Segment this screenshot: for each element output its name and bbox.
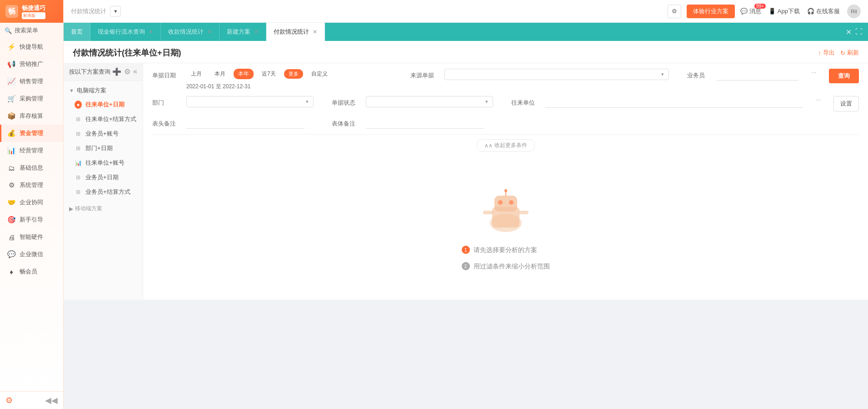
scheme-table-icon-5: ⊞ [75,174,82,181]
refresh-btn[interactable]: ↻ 刷新 [840,49,859,57]
page-title-row: 付款情况统计(往来单位+日期) ↑ 导出 ↻ 刷新 [64,41,868,63]
sidebar-item-quicknav[interactable]: ⚡ 快捷导航 [0,38,63,56]
query-area: 单据日期 上月 本月 本年 近7天 更多 自定义 2022-01-01 至 20… [143,63,868,300]
scheme-item-5[interactable]: ⊞ 业务员+日期 [64,170,143,185]
sidebar-item-finance[interactable]: 💰 资金管理 [0,125,63,142]
sidebar-item-collab[interactable]: 🤝 企业协同 [0,194,63,211]
sidebar-item-inventory[interactable]: 📦 库存核算 [0,107,63,125]
sidebar-item-system[interactable]: ⚙ 系统管理 [0,177,63,194]
scheme-mobile-group[interactable]: ▶ 移动端方案 [64,202,143,214]
search-menu[interactable]: 🔍 搜索菜单 [0,23,63,38]
date-more[interactable]: 更多 [284,69,303,79]
online-service-btn[interactable]: 🎧 在线客服 [807,7,840,15]
collapse-area: ∧∧ 收起更多条件 [152,134,859,156]
sidebar-item-wechat[interactable]: 💬 企业微信 [0,246,63,263]
message-btn[interactable]: 💬 消息 99+ [740,7,761,15]
date-last-month[interactable]: 上月 [186,69,206,79]
tab-cash-bank[interactable]: 现金银行流水查询 ✕ [90,23,161,41]
scheme-item-6[interactable]: ⊞ 业务员+结算方式 [64,185,143,199]
tab-receipt-stats-close[interactable]: ✕ [207,29,212,35]
tab-home[interactable]: 首页 [64,23,90,41]
scheme-sidebar: 按以下方案查询 ➕ ⚙ « ▼ 电脑端方案 [64,63,143,300]
dept-dropdown-icon: ▾ [306,99,309,105]
sidebar-item-member[interactable]: ♦ 畅会员 [0,263,63,280]
sidebar-collapse-icon[interactable]: ◀◀ [45,395,58,405]
sales-icon: 📈 [7,77,16,86]
scheme-item-0[interactable]: ● 往来单位+日期 [64,97,143,112]
sidebar: 畅 畅捷通巧 标准版 🔍 搜索菜单 ⚡ 快捷导航 📢 营销推广 📈 销售管理 🛒… [0,0,64,409]
tab-cash-bank-close[interactable]: ✕ [149,29,153,35]
status-select[interactable]: ▾ [366,96,493,107]
page-title-actions: ↑ 导出 ↻ 刷新 [818,49,859,57]
scheme-table-icon-1: ⊞ [75,116,82,123]
empty-state: 1 请先选择要分析的方案 2 用过滤条件来缩小分析范围 [143,162,868,300]
user-avatar[interactable]: Rit [847,5,861,18]
partner-dots[interactable]: ··· [812,96,824,103]
tab-new-scheme-close[interactable]: ✕ [254,29,259,35]
date-this-month[interactable]: 本月 [210,69,230,79]
date-this-year[interactable]: 本年 [234,69,254,79]
salesman-dots[interactable]: ··· [808,69,820,76]
filter-row-1: 单据日期 上月 本月 本年 近7天 更多 自定义 2022-01-01 至 20… [152,69,859,91]
scheme-item-4[interactable]: 📊 往来单位+账号 [64,156,143,170]
dept-select[interactable]: ▾ [186,96,314,107]
system-icon: ⚙ [7,181,16,189]
sidebar-item-sales[interactable]: 📈 销售管理 [0,73,63,90]
sidebar-item-hardware[interactable]: 🖨 智能硬件 [0,228,63,246]
tab-receipt-stats[interactable]: 收款情况统计 ✕ [161,23,219,41]
header-settings-btn[interactable]: ⚙ [668,5,681,18]
query-btn[interactable]: 查询 [829,69,859,83]
status-dropdown-icon: ▾ [485,99,488,105]
svg-point-4 [509,200,514,205]
scheme-chart-icon-4: 📊 [75,159,82,167]
source-select[interactable]: ▾ [444,69,669,80]
filter-section: 单据日期 上月 本月 本年 近7天 更多 自定义 2022-01-01 至 20… [143,63,868,162]
tab-expand-btn[interactable]: ⛶ [855,28,863,36]
hardware-icon: 🖨 [7,233,16,241]
scheme-table-icon-3: ⊞ [75,145,82,152]
sidebar-item-operations[interactable]: 📊 经营管理 [0,142,63,159]
export-btn[interactable]: ↑ 导出 [818,49,835,57]
scheme-desktop-header[interactable]: ▼ 电脑端方案 [64,84,143,97]
head-note-input[interactable] [186,117,304,129]
sidebar-item-purchase[interactable]: 🛒 采购管理 [0,90,63,107]
scheme-header-actions: ➕ ⚙ « [112,67,137,76]
logo-icon: 畅 [5,5,18,18]
app-icon: 📱 [768,8,776,15]
scheme-collapse-btn[interactable]: « [133,67,137,76]
date-custom[interactable]: 自定义 [307,69,332,79]
scheme-desktop-group: ▼ 电脑端方案 ● 往来单位+日期 ⊞ 往来单位+结算方式 [64,81,143,202]
sidebar-item-guide[interactable]: 🎯 新手引导 [0,211,63,228]
app-download-btn[interactable]: 📱 App下载 [768,7,800,15]
logo-text: 畅捷通巧 标准版 [22,4,45,19]
page-content: 付款情况统计(往来单位+日期) ↑ 导出 ↻ 刷新 [64,41,868,409]
settings-btn[interactable]: 设置 [833,96,859,111]
scheme-item-2[interactable]: ⊞ 业务员+账号 [64,126,143,141]
source-dropdown-icon: ▾ [661,71,664,77]
body-note-input[interactable] [366,117,484,129]
sidebar-item-basic[interactable]: 🗂 基础信息 [0,159,63,177]
tab-bar: 首页 现金银行流水查询 ✕ 收款情况统计 ✕ 新建方案 ✕ 付款情况统计 ✕ ✕… [64,23,868,41]
partner-input[interactable] [545,96,803,108]
service-icon: 🎧 [807,8,814,15]
tab-close-all-btn[interactable]: ✕ [846,28,852,36]
empty-robot-icon [479,189,533,234]
breadcrumb-dropdown[interactable]: ▾ [110,6,121,17]
date-7days[interactable]: 近7天 [257,69,280,79]
scheme-item-3[interactable]: ⊞ 部门+日期 [64,141,143,156]
tab-new-scheme[interactable]: 新建方案 ✕ [219,23,266,41]
empty-tip-2: 2 用过滤条件来缩小分析范围 [462,260,550,273]
salesman-input[interactable] [717,69,798,81]
filter-row-2: 部门 ▾ 单据状态 ▾ 往来单位 [152,96,859,111]
scheme-item-1[interactable]: ⊞ 往来单位+结算方式 [64,112,143,126]
sidebar-settings-icon[interactable]: ⚙ [5,395,13,405]
scheme-add-btn[interactable]: ➕ [112,67,121,76]
sidebar-item-marketing[interactable]: 📢 营销推广 [0,56,63,73]
scheme-settings-btn[interactable]: ⚙ [124,67,130,76]
filter-date-options: 上月 本月 本年 近7天 更多 自定义 2022-01-01 至 2022-12… [186,69,401,91]
collapse-btn[interactable]: ∧∧ 收起更多条件 [477,139,535,151]
tab-payment-stats[interactable]: 付款情况统计 ✕ [266,23,325,41]
trial-btn[interactable]: 体验行业方案 [687,5,735,18]
tab-payment-stats-close[interactable]: ✕ [313,29,317,35]
scheme-sidebar-header: 按以下方案查询 ➕ ⚙ « [64,63,143,81]
